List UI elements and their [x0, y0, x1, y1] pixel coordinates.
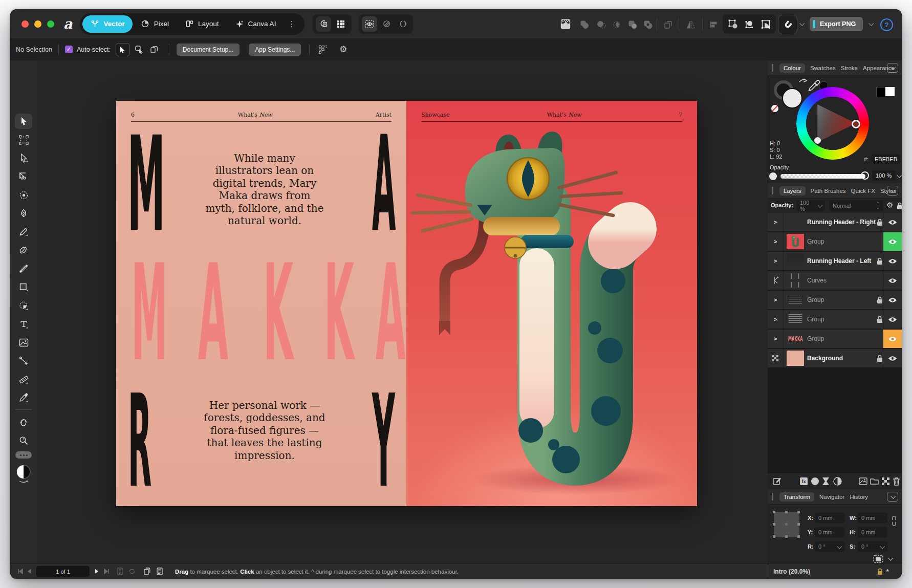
- pencil-tool[interactable]: [15, 224, 32, 239]
- export-png-button[interactable]: Export PNG: [810, 17, 863, 31]
- autoselect-checkbox[interactable]: ✓: [65, 46, 73, 53]
- document-setup-button[interactable]: Document Setup...: [177, 43, 240, 56]
- opacity-slider-track[interactable]: [780, 174, 865, 179]
- transform-objects-icon[interactable]: [726, 17, 740, 31]
- pattern-fill-icon[interactable]: [560, 19, 571, 29]
- boolean-subtract-icon[interactable]: [596, 19, 606, 30]
- visibility-eye-icon[interactable]: [883, 271, 902, 290]
- first-page-icon[interactable]: [17, 569, 24, 574]
- layer-row-group-text-bottom[interactable]: > Group: [768, 291, 902, 309]
- hex-input[interactable]: EBEBEB: [872, 154, 900, 164]
- layer-settings-gear-icon[interactable]: ⚙: [886, 201, 893, 210]
- visibility-eye-icon[interactable]: [883, 213, 902, 231]
- tab-colour[interactable]: Colour: [779, 63, 805, 73]
- duplicate-icon[interactable]: [663, 19, 674, 30]
- persona-pixel[interactable]: Pixel: [133, 15, 177, 33]
- new-group-icon[interactable]: [870, 477, 879, 486]
- layer-row-curves[interactable]: Curves: [768, 271, 902, 290]
- lock-icon[interactable]: [877, 219, 883, 226]
- h-field[interactable]: 0 mm: [858, 527, 887, 537]
- character-panel-icon[interactable]: A: [316, 16, 331, 32]
- mask-icon[interactable]: [811, 477, 819, 486]
- measure-tool[interactable]: [15, 372, 32, 387]
- autoselect-mode-shape-button[interactable]: [133, 45, 146, 55]
- new-pixel-layer-icon[interactable]: [881, 477, 890, 486]
- lock-icon[interactable]: [877, 316, 883, 323]
- transform-points-icon[interactable]: [742, 17, 756, 31]
- boolean-add-icon[interactable]: [579, 19, 590, 30]
- lock-icon[interactable]: [877, 296, 883, 304]
- visibility-eye-icon-orange[interactable]: [883, 330, 902, 348]
- expand-chevron-icon[interactable]: >: [768, 291, 784, 309]
- artboard-tool[interactable]: [15, 132, 32, 147]
- frame-text-tool[interactable]: [15, 316, 32, 332]
- layer-row-group-makka[interactable]: > MAKKA Group: [768, 330, 902, 348]
- y-field[interactable]: 0 mm: [815, 527, 844, 537]
- live-filter-icon[interactable]: [833, 477, 842, 486]
- export-options-chevron-icon[interactable]: [868, 21, 874, 26]
- x-field[interactable]: 0 mm: [815, 513, 844, 523]
- expand-chevron-icon[interactable]: >: [768, 330, 784, 348]
- page-left[interactable]: 6 What's New Artist M A R Y M A K K A: [116, 101, 406, 506]
- panel-drag-handle[interactable]: [772, 187, 773, 194]
- previous-page-icon[interactable]: [27, 569, 31, 574]
- expand-chevron-icon[interactable]: >: [768, 252, 784, 270]
- minimize-window-button[interactable]: [34, 20, 41, 28]
- transform-mode-icon[interactable]: [873, 555, 883, 563]
- rotation-field[interactable]: 0 °: [815, 541, 844, 552]
- opacity-value-box[interactable]: 100 %: [872, 170, 896, 181]
- grid-gallery-icon[interactable]: [333, 16, 349, 32]
- panel-drag-handle[interactable]: [772, 64, 773, 72]
- link-dimensions-icon[interactable]: [892, 516, 897, 534]
- view-pan-tool[interactable]: [15, 415, 32, 430]
- document-details-icon[interactable]: [157, 568, 163, 575]
- transform-selection-box-icon[interactable]: [758, 17, 773, 31]
- transform-tool[interactable]: [15, 187, 32, 203]
- visibility-eye-icon[interactable]: [883, 252, 902, 270]
- shape-builder-tool[interactable]: [15, 298, 32, 313]
- boolean-divide-icon[interactable]: [627, 19, 638, 30]
- persona-overflow-menu-icon[interactable]: ⋮: [284, 19, 299, 29]
- gradient-tool[interactable]: [15, 261, 32, 276]
- duplicate-page-icon[interactable]: [144, 568, 150, 575]
- close-window-button[interactable]: [21, 20, 29, 28]
- visibility-eye-icon[interactable]: [883, 349, 902, 367]
- layer-row-group-cat[interactable]: > Group: [768, 232, 902, 251]
- colour-panel-menu-chevron-icon[interactable]: [887, 63, 898, 73]
- more-tools-button[interactable]: [15, 451, 32, 459]
- hue-knob[interactable]: [852, 120, 860, 128]
- page-indicator[interactable]: 1 of 1: [36, 566, 90, 577]
- edit-layer-icon[interactable]: [773, 477, 781, 486]
- last-page-icon[interactable]: [103, 569, 110, 574]
- blend-mode-dropdown[interactable]: Normal⌃⌄: [829, 200, 883, 211]
- fill-stroke-swatch-widget[interactable]: [14, 464, 33, 482]
- autoselect-mode-copy-button[interactable]: [148, 45, 162, 55]
- layer-row-running-header-left[interactable]: > Running Header - Left: [768, 252, 902, 270]
- artboard-manager-icon[interactable]: [318, 45, 328, 55]
- persona-layout[interactable]: Layout: [177, 15, 227, 33]
- sync-icon-disabled[interactable]: [128, 568, 136, 575]
- visibility-eye-icon[interactable]: [883, 291, 902, 309]
- help-button[interactable]: ?: [880, 18, 893, 31]
- pen-tool[interactable]: [15, 206, 32, 221]
- opacity-slider-knob[interactable]: [861, 171, 869, 180]
- shape-adjust-tool[interactable]: [15, 353, 32, 368]
- expand-chevron-icon[interactable]: >: [768, 213, 784, 231]
- boolean-combine-icon[interactable]: [643, 19, 653, 30]
- shear-field[interactable]: 0 °: [858, 541, 887, 552]
- page-right[interactable]: Showcase What's New 7: [406, 101, 697, 506]
- layers-opacity-dropdown[interactable]: 100 %: [796, 200, 825, 211]
- tab-transform[interactable]: Transform: [779, 492, 814, 502]
- layer-lock-icon[interactable]: [897, 202, 902, 210]
- gear-settings-icon[interactable]: ⚙: [339, 44, 347, 55]
- snapping-options-chevron-icon[interactable]: [799, 21, 805, 26]
- app-settings-button[interactable]: App Settings...: [249, 43, 301, 56]
- layer-row-running-header-right[interactable]: > Running Header - Right: [768, 213, 902, 231]
- autoselect-mode-object-button[interactable]: [116, 43, 130, 56]
- adjustment-icon[interactable]: [822, 477, 830, 486]
- new-image-icon[interactable]: [859, 477, 867, 486]
- zoom-tool[interactable]: [15, 433, 32, 448]
- tab-quick-fx[interactable]: Quick FX: [851, 188, 875, 194]
- boolean-intersect-icon[interactable]: [612, 19, 622, 30]
- document-spread[interactable]: 6 What's New Artist M A R Y M A K K A: [116, 101, 697, 506]
